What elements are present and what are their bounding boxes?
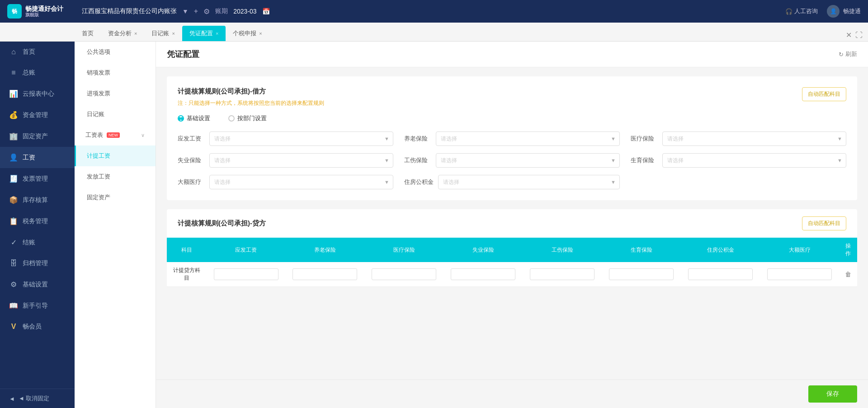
medical-label: 医疗保险 <box>631 135 658 143</box>
housing-select[interactable]: 请选择 ▼ <box>438 175 620 189</box>
page-content: 计提核算规则(公司承担)-借方 注：只能选择一种方式，系统将按照您当前的选择来配… <box>156 67 868 380</box>
sidebar-label-settings: 基础设置 <box>23 281 48 289</box>
radio-dept[interactable]: 按部门设置 <box>228 114 267 122</box>
tab-journal[interactable]: 日记账 × <box>144 26 182 41</box>
sub-menu-salary-accrual[interactable]: 计提工资 <box>75 145 156 166</box>
save-button[interactable]: 保存 <box>808 385 857 403</box>
sub-menu-public[interactable]: 公共选项 <box>75 42 156 62</box>
sidebar-item-guide[interactable]: 📖 新手引导 <box>0 295 75 316</box>
period-value: 2023-03 <box>233 8 256 15</box>
unpin-label: ◄ 取消固定 <box>19 394 49 403</box>
sidebar-item-invoice[interactable]: 🧾 发票管理 <box>0 168 75 189</box>
pension-label: 养老保险 <box>404 135 431 143</box>
field-pension: 养老保险 请选择 ▼ <box>404 131 620 146</box>
salary-arrow-icon: ▼ <box>384 136 389 141</box>
radio-dept-label: 按部门设置 <box>237 114 267 122</box>
sidebar-item-close[interactable]: ✓ 结账 <box>0 232 75 253</box>
add-account-button[interactable]: + <box>194 7 198 15</box>
sub-menu: 公共选项 销项发票 进项发票 日记账 工资表 NEW ∨ 计提工资 发放工资 固… <box>75 42 156 408</box>
settings-sidebar-icon: ⚙ <box>9 280 18 289</box>
medical-select[interactable]: 请选择 ▼ <box>662 131 846 146</box>
sub-menu-salary-table-label: 工资表 <box>85 131 103 139</box>
debit-auto-match-button[interactable]: 自动匹配科目 <box>802 87 846 101</box>
cell-medical-input[interactable] <box>372 268 436 280</box>
tab-tax[interactable]: 个税申报 × <box>226 26 269 41</box>
sidebar-item-assets[interactable]: 🏢 固定资产 <box>0 126 75 147</box>
new-badge: NEW <box>107 132 120 138</box>
calendar-icon[interactable]: 📅 <box>262 8 270 15</box>
pension-select[interactable]: 请选择 ▼ <box>436 131 620 146</box>
cell-housing <box>681 262 760 287</box>
cell-pension <box>286 262 365 287</box>
inventory-icon: 📦 <box>9 196 18 204</box>
top-bar: 畅 畅捷通好会计 旗舰版 江西服宝精品有限责任公司内账张 ▼ + ⚙ 账期 20… <box>0 0 868 23</box>
sub-menu-fixed-assets[interactable]: 固定资产 <box>75 187 156 208</box>
sidebar-item-salary[interactable]: 👤 工资 <box>0 147 75 168</box>
tab-journal-label: 日记账 <box>151 29 169 38</box>
col-salary: 应发工资 <box>207 238 286 262</box>
sub-menu-salary-pay[interactable]: 发放工资 <box>75 166 156 187</box>
sidebar-item-archive[interactable]: 🗄 归档管理 <box>0 253 75 274</box>
tab-home[interactable]: 首页 <box>75 26 101 41</box>
home-icon: ⌂ <box>9 48 18 56</box>
tab-voucher[interactable]: 凭证配置 × <box>182 26 226 41</box>
field-maternity: 生育保险 请选择 ▼ <box>631 153 846 168</box>
refresh-icon: ↻ <box>839 51 844 58</box>
close-all-icon[interactable]: ✕ <box>846 31 852 39</box>
refresh-button[interactable]: ↻ 刷新 <box>839 50 857 58</box>
sidebar-item-settings[interactable]: ⚙ 基础设置 <box>0 274 75 295</box>
sub-menu-journal[interactable]: 日记账 <box>75 104 156 125</box>
sidebar-label-salary: 工资 <box>23 154 35 162</box>
debit-section-note: 注：只能选择一种方式，系统将按照您当前的选择来配置规则 <box>178 99 324 107</box>
sidebar-item-home[interactable]: ⌂ 首页 <box>0 42 75 62</box>
cell-pension-input[interactable] <box>292 268 357 280</box>
unpin-sidebar-button[interactable]: ◄ ◄ 取消固定 <box>0 389 75 408</box>
sidebar-item-tax[interactable]: 📋 税务管理 <box>0 211 75 232</box>
app-edition: 旗舰版 <box>25 12 63 18</box>
sidebar-item-inventory[interactable]: 📦 库存核算 <box>0 189 75 211</box>
archive-icon: 🗄 <box>9 259 18 267</box>
close-period-icon: ✓ <box>9 238 18 247</box>
credit-auto-match-button[interactable]: 自动匹配科目 <box>802 216 846 230</box>
cell-injury-input[interactable] <box>530 268 594 280</box>
cell-maternity-input[interactable] <box>609 268 674 280</box>
headset-icon: 🎧 <box>785 8 793 15</box>
col-action: 操作 <box>839 238 857 262</box>
sidebar-item-ledger[interactable]: ≡ 总账 <box>0 62 75 83</box>
tab-journal-close[interactable]: × <box>172 31 175 36</box>
assets-icon: 🏢 <box>9 132 18 141</box>
unemployment-select[interactable]: 请选择 ▼ <box>209 153 393 168</box>
cell-action: 🗑 <box>839 262 857 287</box>
tab-fund[interactable]: 资金分析 × <box>101 26 144 41</box>
major-medical-select[interactable]: 请选择 ▼ <box>209 175 393 189</box>
expand-icon[interactable]: ⛶ <box>855 31 863 39</box>
sub-menu-sales[interactable]: 销项发票 <box>75 62 156 83</box>
sidebar-item-fund[interactable]: 💰 资金管理 <box>0 104 75 126</box>
company-dropdown-icon[interactable]: ▼ <box>182 8 189 15</box>
reports-icon: 📊 <box>9 89 18 98</box>
sub-menu-purchase[interactable]: 进项发票 <box>75 83 156 104</box>
tab-voucher-close[interactable]: × <box>216 31 218 36</box>
cell-salary-input[interactable] <box>214 268 278 280</box>
sidebar-label-invoice: 发票管理 <box>23 175 48 183</box>
human-service-button[interactable]: 🎧 人工咨询 <box>785 7 818 15</box>
settings-icon[interactable]: ⚙ <box>203 7 210 16</box>
maternity-select[interactable]: 请选择 ▼ <box>662 153 846 168</box>
sidebar-label-fund: 资金管理 <box>23 111 48 119</box>
sidebar-item-reports[interactable]: 📊 云报表中心 <box>0 83 75 104</box>
major-medical-label: 大额医疗 <box>178 178 205 186</box>
sidebar-item-vip[interactable]: V 畅会员 <box>0 316 75 337</box>
delete-row-icon[interactable]: 🗑 <box>845 271 851 278</box>
tab-tax-close[interactable]: × <box>259 31 262 36</box>
housing-arrow-icon: ▼ <box>611 179 616 185</box>
cell-unemployment-input[interactable] <box>451 268 515 280</box>
cell-housing-input[interactable] <box>688 268 753 280</box>
injury-select[interactable]: 请选择 ▼ <box>436 153 620 168</box>
salary-select[interactable]: 请选择 ▼ <box>209 131 393 146</box>
invoice-icon: 🧾 <box>9 174 18 183</box>
radio-basic[interactable]: 基础设置 <box>178 114 210 122</box>
field-medical: 医疗保险 请选择 ▼ <box>631 131 846 146</box>
cell-major-medical-input[interactable] <box>767 268 832 280</box>
sub-menu-salary-table[interactable]: 工资表 NEW ∨ <box>75 125 156 145</box>
tab-fund-close[interactable]: × <box>134 31 137 36</box>
